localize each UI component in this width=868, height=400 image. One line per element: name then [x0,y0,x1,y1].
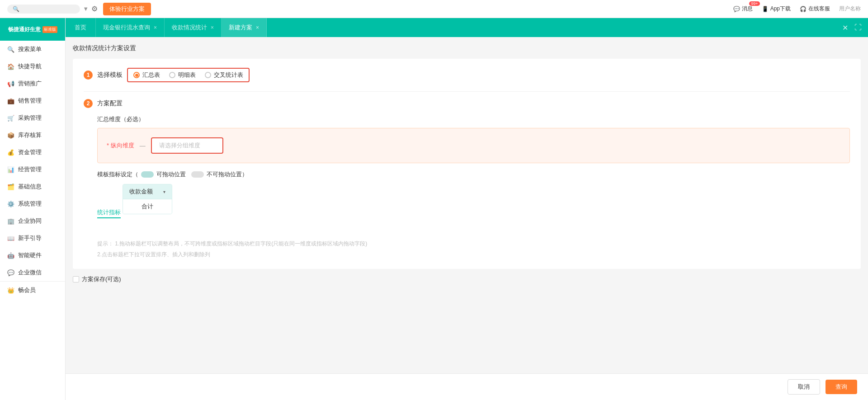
sidebar-label-basic-info: 基础信息 [18,183,42,191]
message-icon: 💬 [733,6,740,12]
indicator-col-row: 合计 [123,199,172,214]
radio-cross-dot [205,72,211,78]
message-label: 消息 [742,5,753,13]
sidebar-item-system[interactable]: ⚙️ 系统管理 [0,195,65,212]
step1-label: 选择模板 [97,71,123,79]
sidebar-item-cooperation[interactable]: 🏢 企业协同 [0,212,65,230]
nav-icon: 🏠 [7,63,14,70]
sidebar-label-guide: 新手引导 [18,234,42,242]
tab-home[interactable]: 首页 [66,18,96,37]
bottom-action-bar: 取消 查询 [66,373,868,400]
dimension-select[interactable]: 请选择分组维度 [151,137,223,154]
query-button[interactable]: 查询 [826,380,857,394]
step1-num: 1 [84,71,93,80]
save-checkbox-label[interactable]: 方案保存(可选) [73,275,121,283]
tab-home-label: 首页 [75,24,86,32]
dimension-section: 汇总维度（必选） * 纵向维度 — 请选择分组维度 [97,115,850,260]
sidebar-label-cooperation: 企业协同 [18,217,42,225]
sidebar-label-wechat: 企业微信 [18,268,42,277]
fixed-tag-dot [191,171,204,178]
tab-receipt-stats[interactable]: 收款情况统计 × [165,18,222,37]
sidebar-label-system: 系统管理 [18,200,42,208]
sidebar-item-finance[interactable]: 💰 资金管理 [0,144,65,161]
sales-icon: 💼 [7,98,14,104]
sidebar-item-marketing[interactable]: 📢 营销推广 [0,75,65,92]
sidebar-item-search[interactable]: 🔍 搜索菜单 [0,41,65,58]
tips-line2: 2.点击标题栏下拉可设置排序、插入列和删除列 [97,249,850,260]
sidebar-item-purchase[interactable]: 🛒 采购管理 [0,109,65,127]
sidebar-item-basic-info[interactable]: 🗂️ 基础信息 [0,178,65,195]
tab-maximize-icon[interactable]: ⛶ [854,24,862,32]
page-title: 收款情况统计方案设置 [73,44,861,52]
indicator-header-text: 模板指标设定（ [97,170,138,179]
app-download-btn[interactable]: 📱 App下载 [762,5,791,13]
sidebar-label-nav: 快捷导航 [18,62,42,71]
sidebar-label-search: 搜索菜单 [18,45,42,53]
sidebar-label-finance: 资金管理 [18,148,42,156]
dimension-row: * 纵向维度 — 请选择分组维度 [107,137,840,154]
sidebar-item-management[interactable]: 📊 经营管理 [0,161,65,178]
radio-cross[interactable]: 交叉统计表 [205,71,243,79]
tab-new-plan-close[interactable]: × [256,24,259,31]
radio-detail[interactable]: 明细表 [169,71,196,79]
service-btn[interactable]: 🎧 在线客服 [800,5,830,13]
page-scroll-content: 收款情况统计方案设置 1 选择模板 汇总表 [66,37,868,373]
save-checkbox[interactable] [73,276,79,282]
dimension-arrow: — [140,142,146,149]
save-label-text: 方案保存(可选) [82,275,121,283]
try-industry-btn[interactable]: 体验行业方案 [103,3,151,15]
step2-num: 2 [84,99,93,108]
cooperation-icon: 🏢 [7,218,14,225]
radio-summary[interactable]: 汇总表 [133,71,160,79]
indicator-section: 模板指标设定（ 可拖动位置 不可拖动位置） 统计指标 [97,170,850,222]
tab-new-plan[interactable]: 新建方案 × [222,18,267,37]
download-icon: 📱 [762,6,769,12]
tab-new-plan-label: 新建方案 [229,24,252,32]
tips-line1: 提示： 1.拖动标题栏可以调整布局，不可跨维度或指标区域拖动栏目字段(只能在同一… [97,238,850,249]
user-name[interactable]: 用户名称 [839,5,861,13]
sidebar-item-member[interactable]: 👑 畅会员 [0,281,65,299]
sidebar-item-hardware[interactable]: 🤖 智能硬件 [0,247,65,264]
sidebar-item-inventory[interactable]: 📦 库存核算 [0,127,65,144]
logo-badge: 标准版 [42,26,57,33]
movable-tag-dot [141,171,154,178]
tab-receipt-stats-close[interactable]: × [211,24,214,31]
tab-bank-flow[interactable]: 现金银行流水查询 × [96,18,165,37]
sidebar-label-marketing: 营销推广 [18,80,42,88]
service-label: 在线客服 [808,5,830,13]
topbar: 🔍 ▼ ⚙ 体验行业方案 💬 消息 99+ 📱 App下载 🎧 在线客服 用户名… [0,0,868,18]
sidebar-item-sales[interactable]: 💼 销售管理 [0,92,65,109]
settings-icon[interactable]: ⚙ [91,5,98,13]
tab-receipt-stats-label: 收款情况统计 [172,24,207,32]
tab-bank-flow-close[interactable]: × [154,24,157,31]
indicator-table: 收款金额 ▾ 合计 [123,184,172,214]
topbar-search[interactable]: 🔍 ▼ ⚙ [7,5,98,14]
search-box[interactable]: 🔍 [7,5,80,14]
template-radio-group: 汇总表 明细表 交叉统计表 [127,68,250,82]
dropdown-icon[interactable]: ▼ [83,5,89,12]
inventory-icon: 📦 [7,132,14,139]
wechat-icon: 💬 [7,269,14,276]
logo-text: 畅捷通好生意 [8,26,41,33]
logo-area: 畅捷通好生意 标准版 [0,18,65,41]
radio-detail-label: 明细表 [178,71,196,79]
indicator-col-header-row[interactable]: 收款金额 ▾ [123,184,172,199]
sidebar-item-guide[interactable]: 📖 新手引导 [0,230,65,247]
indicator-header: 模板指标设定（ 可拖动位置 不可拖动位置） [97,170,850,179]
sidebar-item-wechat[interactable]: 💬 企业微信 [0,264,65,281]
message-btn[interactable]: 💬 消息 99+ [733,5,753,13]
tab-minimize-icon[interactable]: ✕ [842,24,848,32]
system-icon: ⚙️ [7,201,14,207]
radio-detail-dot [169,72,175,78]
purchase-icon: 🛒 [7,115,14,122]
movable-tag-label: 可拖动位置 [156,170,186,179]
dimension-label: * 纵向维度 [107,141,134,150]
marketing-icon: 📢 [7,80,14,87]
guide-icon: 📖 [7,235,14,242]
radio-cross-label: 交叉统计表 [214,71,243,79]
sidebar-item-nav[interactable]: 🏠 快捷导航 [0,58,65,75]
step2-row: 2 方案配置 [84,99,850,108]
sidebar-label-sales: 销售管理 [18,97,42,105]
radio-summary-label: 汇总表 [142,71,160,79]
cancel-button[interactable]: 取消 [788,379,820,395]
